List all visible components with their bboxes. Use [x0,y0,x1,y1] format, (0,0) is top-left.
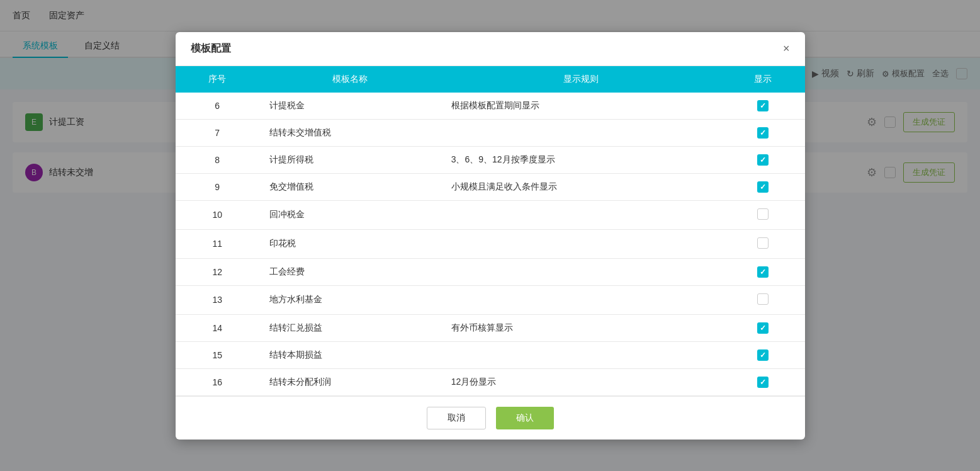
td-display-toggle [721,314,804,341]
td-display-toggle [721,285,804,314]
td-template-name: 结转汇兑损益 [259,314,441,341]
td-template-name: 计提税金 [259,93,441,120]
td-template-name: 工会经费 [259,258,441,285]
td-index: 8 [176,146,259,173]
td-display-rule [441,229,721,258]
td-index: 16 [176,368,259,395]
td-template-name: 结转未分配利润 [259,368,441,395]
td-index: 12 [176,258,259,285]
td-display-toggle [721,229,804,258]
td-index: 14 [176,314,259,341]
table-wrapper[interactable]: 序号 模板名称 显示规则 显示 6计提税金根据模板配置期间显示7结转未交增值税8… [176,66,805,396]
display-checkbox[interactable] [757,293,769,305]
td-display-rule: 根据模板配置期间显示 [441,93,721,120]
td-index: 6 [176,93,259,120]
cancel-button[interactable]: 取消 [427,407,486,429]
th-rule: 显示规则 [441,66,721,93]
dialog-close-button[interactable]: × [783,43,790,54]
td-index: 13 [176,285,259,314]
dialog-title: 模板配置 [191,42,231,55]
table-row: 13地方水利基金 [176,285,805,314]
display-checkbox[interactable] [757,208,769,220]
td-index: 10 [176,200,259,229]
td-template-name: 计提所得税 [259,146,441,173]
table-row: 12工会经费 [176,258,805,285]
display-checkbox[interactable] [757,349,769,361]
th-index: 序号 [176,66,259,93]
table-row: 10回冲税金 [176,200,805,229]
display-checkbox[interactable] [757,100,769,111]
td-display-rule [441,285,721,314]
td-index: 15 [176,341,259,368]
td-display-toggle [721,200,804,229]
table-row: 6计提税金根据模板配置期间显示 [176,93,805,120]
td-display-toggle [721,258,804,285]
td-template-name: 地方水利基金 [259,285,441,314]
display-checkbox[interactable] [757,154,769,166]
display-checkbox[interactable] [757,181,769,193]
td-index: 7 [176,119,259,146]
modal-overlay: 模板配置 × 序号 模板名称 显示规则 显示 6计提税金根据模板配置期间显 [0,0,980,471]
display-checkbox[interactable] [757,127,769,139]
td-template-name: 免交增值税 [259,173,441,200]
td-index: 11 [176,229,259,258]
th-name: 模板名称 [259,66,441,93]
config-table: 序号 模板名称 显示规则 显示 6计提税金根据模板配置期间显示7结转未交增值税8… [176,66,805,396]
display-checkbox[interactable] [757,237,769,249]
td-index: 9 [176,173,259,200]
table-header-row: 序号 模板名称 显示规则 显示 [176,66,805,93]
td-display-toggle [721,93,804,120]
table-row: 9免交增值税小规模且满足收入条件显示 [176,173,805,200]
table-row: 7结转未交增值税 [176,119,805,146]
table-row: 11印花税 [176,229,805,258]
display-checkbox[interactable] [757,377,769,388]
display-checkbox[interactable] [757,266,769,278]
td-template-name: 结转本期损益 [259,341,441,368]
td-display-toggle [721,119,804,146]
td-display-toggle [721,341,804,368]
td-display-rule [441,200,721,229]
td-display-rule: 12月份显示 [441,368,721,395]
table-row: 15结转本期损益 [176,341,805,368]
table-row: 16结转未分配利润12月份显示 [176,368,805,395]
td-display-rule: 3、6、9、12月按季度显示 [441,146,721,173]
display-checkbox[interactable] [757,322,769,334]
table-row: 14结转汇兑损益有外币核算显示 [176,314,805,341]
table-row: 8计提所得税3、6、9、12月按季度显示 [176,146,805,173]
td-template-name: 结转未交增值税 [259,119,441,146]
dialog-header: 模板配置 × [176,32,805,66]
td-display-rule: 小规模且满足收入条件显示 [441,173,721,200]
td-display-toggle [721,146,804,173]
template-config-dialog: 模板配置 × 序号 模板名称 显示规则 显示 6计提税金根据模板配置期间显 [176,32,805,440]
td-display-toggle [721,368,804,395]
td-template-name: 回冲税金 [259,200,441,229]
td-display-rule [441,341,721,368]
confirm-button[interactable]: 确认 [496,407,554,429]
dialog-footer: 取消 确认 [176,396,805,440]
td-display-rule: 有外币核算显示 [441,314,721,341]
td-display-rule [441,258,721,285]
td-template-name: 印花税 [259,229,441,258]
th-display: 显示 [721,66,804,93]
dialog-body: 序号 模板名称 显示规则 显示 6计提税金根据模板配置期间显示7结转未交增值税8… [176,66,805,396]
td-display-rule [441,119,721,146]
td-display-toggle [721,173,804,200]
